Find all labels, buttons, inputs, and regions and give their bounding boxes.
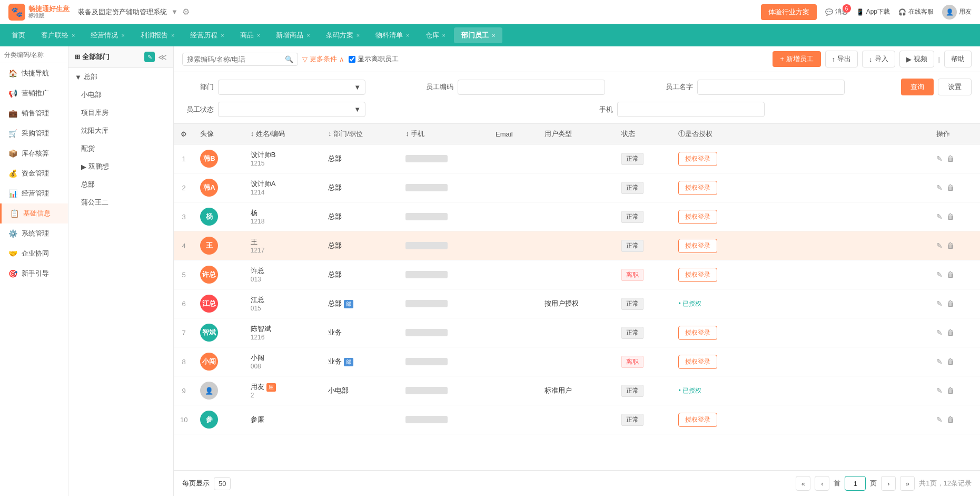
next-page-button[interactable]: › [881,476,896,491]
help-button[interactable]: 帮助 [944,51,972,67]
tab-journey[interactable]: 经营历程 × [183,27,231,43]
last-page-button[interactable]: » [900,476,915,491]
sidebar-search-input[interactable] [4,51,68,59]
sidebar-search-box[interactable]: 🔍 [0,46,68,63]
tab-home[interactable]: 首页 [4,27,33,43]
tab-profit[interactable]: 利润报告 × [133,27,182,43]
empcode-input[interactable] [458,80,605,95]
tab-close-business[interactable]: × [121,32,124,38]
edit-button-3[interactable]: ✎ [936,241,943,250]
delete-button-7[interactable]: 🗑 [947,357,954,366]
show-resigned-checkbox[interactable]: 显示离职员工 [349,54,399,64]
tab-bom[interactable]: 物料清单 × [368,27,417,43]
th-dept[interactable]: ↕ 部门/职位 [322,124,399,144]
query-button[interactable]: 查询 [901,79,934,95]
edit-button-6[interactable]: ✎ [936,328,943,337]
delete-button-6[interactable]: 🗑 [947,328,954,337]
trial-button[interactable]: 体验行业方案 [761,4,817,20]
tab-close-department[interactable]: × [492,32,495,38]
dept-item-project[interactable]: 项目库房 [68,104,173,122]
tab-close-goods[interactable]: × [257,32,260,38]
sidebar-item-marketing[interactable]: 📢 营销推广 [0,83,68,103]
search-box[interactable]: 🔍 [182,53,298,66]
app-download-button[interactable]: 📱 App下载 [856,7,890,16]
set-button[interactable]: 设置 [938,79,972,95]
tab-close-warehouse[interactable]: × [442,32,446,38]
sidebar-item-operations[interactable]: 📊 经营管理 [0,183,68,203]
tab-department[interactable]: 部门员工 × [454,27,502,43]
dept-edit-icon[interactable]: ✎ [144,52,155,62]
status-select[interactable]: ▼ [218,102,365,117]
tab-add-goods[interactable]: 新增商品 × [269,27,317,43]
message-button[interactable]: 💬 消息 6 [825,7,848,16]
sidebar-item-inventory[interactable]: 📦 库存核算 [0,143,68,163]
auth-button-2[interactable]: 授权登录 [678,210,717,224]
page-size-value[interactable]: 50 [214,477,231,490]
th-phone[interactable]: ↕ 手机 [399,124,489,144]
edit-button-1[interactable]: ✎ [936,183,943,192]
sidebar-item-basic-info[interactable]: 📋 基础信息 [0,203,68,223]
current-page-input[interactable] [845,476,866,491]
tab-close-profit[interactable]: × [171,32,174,38]
export-button[interactable]: ↑ 导出 [825,51,858,67]
th-settings[interactable]: ⚙ [174,124,194,144]
delete-button-8[interactable]: 🗑 [947,386,954,395]
edit-button-2[interactable]: ✎ [936,212,943,221]
tab-close-journey[interactable]: × [221,32,224,38]
delete-button-4[interactable]: 🗑 [947,270,954,279]
dept-item-shenyang[interactable]: 沈阳大库 [68,122,173,140]
help-icon[interactable]: | [938,55,940,63]
edit-button-5[interactable]: ✎ [936,299,943,308]
system-dropdown[interactable]: ▼ [171,8,178,16]
tab-close-add-goods[interactable]: × [306,32,310,38]
first-page-button[interactable]: « [796,476,810,491]
edit-button-0[interactable]: ✎ [936,154,943,163]
dept-item-headquarters[interactable]: ▼ 总部 [68,68,173,86]
edit-button-9[interactable]: ✎ [936,415,943,424]
edit-button-8[interactable]: ✎ [936,386,943,395]
sidebar-item-purchase[interactable]: 🛒 采购管理 [0,123,68,143]
edit-button-7[interactable]: ✎ [936,357,943,366]
user-menu[interactable]: 👤 用友 [942,5,972,20]
sidebar-item-finance[interactable]: 💰 资金管理 [0,163,68,183]
edit-button-4[interactable]: ✎ [936,270,943,279]
dept-tree-collapse[interactable]: ≪ [158,52,167,62]
tab-close-bom[interactable]: × [406,32,409,38]
search-input[interactable] [187,55,283,63]
th-name-code[interactable]: ↕ 姓名/编码 [244,124,322,144]
delete-button-9[interactable]: 🗑 [947,415,954,424]
auth-button-6[interactable]: 授权登录 [678,326,717,340]
dept-select[interactable]: ▼ [218,80,365,95]
tab-warehouse[interactable]: 仓库 × [418,27,453,43]
sidebar-item-system[interactable]: ⚙️ 系统管理 [0,223,68,244]
view-button[interactable]: ▶ 视频 [899,51,934,67]
auth-button-9[interactable]: 授权登录 [678,413,717,427]
sidebar-item-sales[interactable]: 💼 销售管理 [0,103,68,123]
tab-customer[interactable]: 客户联络 × [34,27,82,43]
prev-page-button[interactable]: ‹ [815,476,829,491]
settings-icon[interactable]: ⚙ [182,7,190,17]
delete-button-1[interactable]: 🗑 [947,183,954,192]
dept-item-pugong[interactable]: 蒲公王二 [68,193,173,211]
tab-business[interactable]: 经营情况 × [83,27,132,43]
delete-button-3[interactable]: 🗑 [947,241,954,250]
sidebar-item-guide[interactable]: 🎯 新手引导 [0,264,68,284]
auth-button-0[interactable]: 授权登录 [678,152,717,166]
sidebar-item-cooperation[interactable]: 🤝 企业协同 [0,244,68,264]
resigned-checkbox-input[interactable] [349,56,355,63]
auth-button-4[interactable]: 授权登录 [678,268,717,282]
online-service-button[interactable]: 🎧 在线客服 [898,7,934,16]
add-employee-button[interactable]: + 新增员工 [773,51,820,67]
tab-close-customer[interactable]: × [72,32,75,38]
more-conditions-button[interactable]: ▽ 更多条件 ∧ [302,54,344,64]
phone-input[interactable] [617,102,765,117]
import-button[interactable]: ↓ 导入 [862,51,895,67]
tab-barcode[interactable]: 条码方案 × [319,27,367,43]
sidebar-item-quick-nav[interactable]: 🏠 快捷导航 [0,63,68,83]
tab-goods[interactable]: 商品 × [233,27,268,43]
tab-close-barcode[interactable]: × [357,32,360,38]
dept-item-xiaodianbu[interactable]: 小电部 [68,86,173,104]
delete-button-2[interactable]: 🗑 [947,212,954,221]
auth-button-7[interactable]: 授权登录 [678,355,717,369]
empname-input[interactable] [697,80,845,95]
